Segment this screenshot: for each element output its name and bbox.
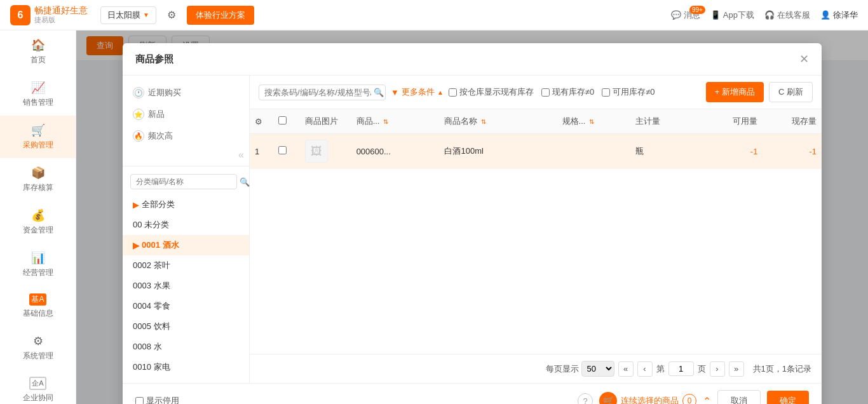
show-disabled-label: 显示停用 [146,395,179,404]
refresh-button[interactable]: C 刷新 [769,82,813,102]
purchase-icon: 🛒 [31,123,45,137]
row-check[interactable] [273,134,300,169]
table-row[interactable]: 1 🖼 000600... 白酒100ml 瓶 [250,134,822,169]
app-download-button[interactable]: 📱 App下载 [710,10,754,21]
clock-icon: 🕐 [133,87,144,98]
gear-button[interactable]: ⚙ [161,5,182,25]
sales-icon: 📈 [31,81,45,95]
confirm-button[interactable]: 确定 [767,391,809,404]
content-area: 查询 刷新 设置 商品参照 ✕ 🕐 近期购买 [76,30,868,404]
add-product-button[interactable]: + 新增商品 [706,82,764,102]
app-icon: 📱 [710,10,721,20]
message-button[interactable]: 💬 消息 99+ [671,10,700,21]
headphone-icon: 🎧 [764,10,775,20]
cart-label: 连续选择的商品 [621,395,679,404]
footer-collapse-icon[interactable]: ⌃ [703,395,711,405]
prev-page-btn[interactable]: ‹ [637,361,653,377]
close-icon[interactable]: ✕ [799,52,809,66]
cancel-button[interactable]: 取消 [717,390,761,404]
show-disabled-checkbox[interactable]: 显示停用 [135,395,179,404]
modal-footer: 显示停用 ? 🛒 连续选择的商品 0 ⌃ 取消 确定 [123,383,822,404]
cat-label-3: 0003 水果 [133,280,170,292]
cb-by-warehouse-input[interactable] [449,88,457,97]
footer-help-icon[interactable]: ? [578,393,593,404]
modal-title: 商品参照 [135,53,173,65]
th-check[interactable] [273,109,300,134]
sort-spec-icon: ⇅ [589,118,594,125]
cat-item-3[interactable]: 0003 水果 [123,276,249,296]
cat-item-7[interactable]: 0010 家电 [123,357,249,377]
table-header-row: ⚙ 商品图片 商品... ⇅ [250,109,822,134]
frequent-item[interactable]: 🔥 频次高 [123,125,249,147]
next-page-btn[interactable]: › [710,361,725,377]
sidebar-item-finance[interactable]: 💰 资金管理 [0,201,76,243]
sidebar-item-home[interactable]: 🏠 首页 [0,30,76,73]
cb-existing[interactable]: 现有库存≠0 [541,86,594,98]
cb-available[interactable]: 可用库存≠0 [602,86,654,98]
search-input-wrap: 🔍 [259,84,386,100]
sidebar-item-basic[interactable]: 基A 基础信息 [0,286,76,327]
sidebar-item-business[interactable]: 📊 经营管理 [0,243,76,286]
page-input[interactable] [668,361,694,376]
product-reference-modal: 商品参照 ✕ 🕐 近期购买 ⭐ 新品 [123,43,822,404]
cat-item-6[interactable]: 0008 水 [123,337,249,357]
th-name-label: 商品名称 [444,116,477,126]
sidebar-item-finance-label: 资金管理 [23,225,53,236]
cb-existing-input[interactable] [541,88,550,97]
cat-item-0[interactable]: 00 未分类 [123,215,249,235]
sidebar-item-collab[interactable]: 企A 企业协同 [0,369,76,404]
user-menu[interactable]: 👤 徐泽华 [820,10,858,21]
th-code-label: 商品... [356,116,380,126]
select-all-checkbox[interactable] [278,116,287,125]
show-disabled-input[interactable] [135,397,144,405]
topbar-nav: 日太阳膜 ▼ ⚙ 体验行业方案 [100,5,671,25]
row-checkbox[interactable] [278,146,287,154]
search-input[interactable] [264,88,371,97]
service-button[interactable]: 🎧 在线客服 [764,10,810,21]
th-avail[interactable]: 可用量 [689,109,763,134]
nav-selector[interactable]: 日太阳膜 ▼ [100,6,156,24]
cb-by-warehouse-label: 按仓库显示现有库存 [459,86,534,98]
search-icon[interactable]: 🔍 [240,177,250,187]
cat-item-4[interactable]: 0004 零食 [123,296,249,316]
panel-collapse-btn[interactable]: « [123,147,249,163]
selected-cart[interactable]: 🛒 连续选择的商品 0 [599,392,696,404]
th-code[interactable]: 商品... ⇅ [351,109,440,134]
th-gear[interactable]: ⚙ [250,109,273,134]
first-page-btn[interactable]: « [618,361,634,377]
cat-item-1[interactable]: ▶ 0001 酒水 [123,235,249,255]
cat-label-all: 全部分类 [142,199,175,210]
product-table: ⚙ 商品图片 商品... ⇅ [250,109,822,169]
filter-more-button[interactable]: ▼ 更多条件 ▲ [391,86,444,98]
cat-item-2[interactable]: 0002 茶叶 [123,255,249,276]
th-image: 商品图片 [300,109,351,134]
th-stock[interactable]: 现存量 [763,109,822,134]
trial-button[interactable]: 体验行业方案 [187,6,254,25]
cat-label-1: 0001 酒水 [142,239,179,251]
sidebar-item-inventory[interactable]: 📦 库存核算 [0,158,76,201]
last-page-btn[interactable]: » [729,361,744,377]
topbar-right: 💬 消息 99+ 📱 App下载 🎧 在线客服 👤 徐泽华 [671,10,858,21]
per-page-dropdown[interactable]: 50 10 20 100 [581,361,614,377]
sidebar-item-system[interactable]: ⚙ 系统管理 [0,327,76,369]
cat-item-5[interactable]: 0005 饮料 [123,316,249,337]
recent-purchase-item[interactable]: 🕐 近期购买 [123,82,249,104]
search-icon[interactable]: 🔍 [374,88,384,97]
cb-by-warehouse[interactable]: 按仓库显示现有库存 [449,86,534,98]
new-product-item[interactable]: ⭐ 新品 [123,104,249,125]
product-table-wrap: ⚙ 商品图片 商品... ⇅ [250,109,822,354]
cat-arrow-all: ▶ [133,200,139,210]
row-avail: -1 [689,134,763,169]
th-unit[interactable]: 主计量 [630,109,689,134]
th-unit-label: 主计量 [635,116,660,126]
cb-available-input[interactable] [602,88,610,97]
th-spec[interactable]: 规格... ⇅ [557,109,631,134]
sidebar-item-purchase[interactable]: 🛒 采购管理 [0,116,76,158]
cat-item-all[interactable]: ▶ 全部分类 [123,194,249,215]
th-name[interactable]: 商品名称 ⇅ [439,109,557,134]
row-spec [557,134,631,169]
avatar: 👤 [820,10,831,20]
sidebar-item-sales[interactable]: 📈 销售管理 [0,73,76,116]
main-layout: 🏠 首页 📈 销售管理 🛒 采购管理 📦 库存核算 💰 资金管理 📊 经营管理 … [0,30,868,404]
category-search-input[interactable] [130,174,237,189]
